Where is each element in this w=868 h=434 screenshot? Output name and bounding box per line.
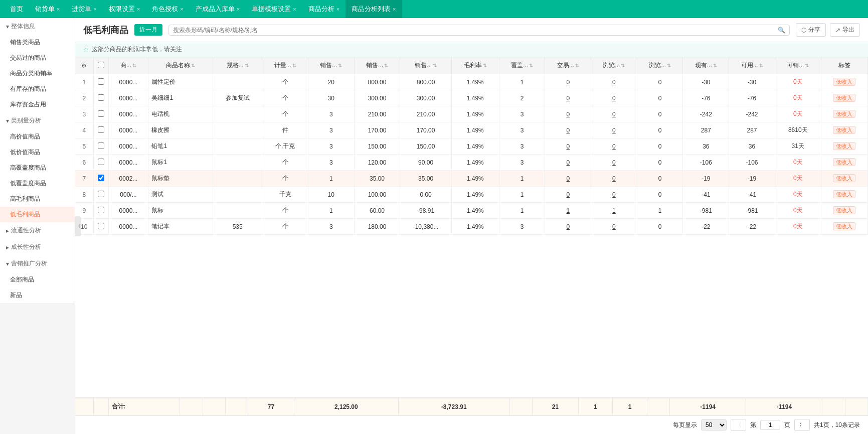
row-browse1[interactable]: 0 xyxy=(591,187,637,203)
sidebar-item-new-goods[interactable]: 新品 xyxy=(0,287,75,303)
row-trade[interactable]: 0 xyxy=(545,155,591,171)
row-days: 0天 xyxy=(775,90,821,106)
nav-item-permission[interactable]: 权限设置 × xyxy=(103,0,146,18)
nav-item-purchase[interactable]: 进货单 × xyxy=(66,0,102,18)
row-trade[interactable]: 0 xyxy=(545,122,591,138)
row-browse1[interactable]: 0 xyxy=(591,171,637,187)
arrow-down-icon: ▾ xyxy=(6,23,9,30)
row-checkbox-cell[interactable] xyxy=(93,171,108,187)
row-checkbox[interactable] xyxy=(98,142,104,149)
row-checkbox[interactable] xyxy=(98,207,104,213)
sidebar-item-all-goods[interactable]: 全部商品 xyxy=(0,272,75,287)
close-purchase-icon[interactable]: × xyxy=(93,6,96,12)
nav-item-analysis-list[interactable]: 商品分析列表 × xyxy=(345,0,402,18)
date-filter-button[interactable]: 近一月 xyxy=(134,24,162,36)
close-permission-icon[interactable]: × xyxy=(137,6,140,12)
row-checkbox[interactable] xyxy=(98,223,104,229)
close-analysis-icon[interactable]: × xyxy=(336,6,339,12)
row-browse1[interactable]: 1 xyxy=(591,203,637,219)
row-browse1[interactable]: 0 xyxy=(591,74,637,90)
sidebar-item-stock-capital[interactable]: 库存资金占用 xyxy=(0,97,75,112)
row-checkbox-cell[interactable] xyxy=(93,155,108,171)
close-template-icon[interactable]: × xyxy=(293,6,296,12)
row-code: 0000... xyxy=(108,155,148,171)
row-trade[interactable]: 0 xyxy=(545,187,591,203)
search-input[interactable] xyxy=(173,27,776,34)
row-price: 100.00 xyxy=(354,187,400,203)
close-analysis-list-icon[interactable]: × xyxy=(393,6,396,12)
share-button[interactable]: ⬡ 分享 xyxy=(796,23,826,37)
sidebar-item-low-value[interactable]: 低价值商品 xyxy=(0,144,75,160)
sidebar-collapse-btn[interactable]: 《 xyxy=(75,216,81,236)
row-checkbox-cell[interactable] xyxy=(93,219,108,235)
nav-item-template[interactable]: 单据模板设置 × xyxy=(246,0,302,18)
close-sales-icon[interactable]: × xyxy=(57,6,60,12)
sidebar-item-sales-goods[interactable]: 销售类商品 xyxy=(0,35,75,50)
row-checkbox-cell[interactable] xyxy=(93,122,108,138)
row-browse1[interactable]: 0 xyxy=(591,155,637,171)
row-name: 鼠标垫 xyxy=(148,171,213,187)
sidebar-item-low-margin[interactable]: 低毛利商品 xyxy=(0,207,75,222)
nav-item-inbound[interactable]: 产成品入库单 × xyxy=(190,0,246,18)
close-inbound-icon[interactable]: × xyxy=(237,6,240,12)
nav-item-home[interactable]: 首页 xyxy=(4,0,29,18)
prev-page-btn[interactable]: 〈 xyxy=(731,419,746,431)
row-checkbox[interactable] xyxy=(98,110,104,117)
row-avail: 287 xyxy=(729,122,775,138)
row-checkbox-cell[interactable] xyxy=(93,74,108,90)
row-trade[interactable]: 0 xyxy=(545,171,591,187)
row-checkbox-cell[interactable] xyxy=(93,106,108,122)
next-page-btn[interactable]: 〉 xyxy=(794,419,810,431)
row-trade[interactable]: 0 xyxy=(545,90,591,106)
row-spec xyxy=(213,155,262,171)
per-page-select[interactable]: 50 100 200 xyxy=(701,419,727,430)
nav-item-analysis[interactable]: 商品分析 × xyxy=(302,0,345,18)
row-checkbox[interactable] xyxy=(98,126,104,133)
row-browse1[interactable]: 0 xyxy=(591,106,637,122)
sidebar-group-overall[interactable]: ▾ 整体信息 xyxy=(0,18,75,35)
sidebar-item-high-margin[interactable]: 高毛利商品 xyxy=(0,191,75,207)
row-days: 0天 xyxy=(775,219,821,235)
row-browse1[interactable]: 0 xyxy=(591,138,637,155)
row-checkbox-cell[interactable] xyxy=(93,187,108,203)
row-browse1[interactable]: 0 xyxy=(591,90,637,106)
col-checkbox[interactable] xyxy=(93,57,108,74)
sidebar-group-marketing[interactable]: ▾ 营销推广分析 xyxy=(0,255,75,272)
row-trade[interactable]: 0 xyxy=(545,138,591,155)
sidebar-group-growth[interactable]: ▸ 成长性分析 xyxy=(0,239,75,255)
sidebar-item-low-coverage[interactable]: 低覆盖度商品 xyxy=(0,176,75,191)
sidebar-item-high-coverage[interactable]: 高覆盖度商品 xyxy=(0,160,75,176)
table-row: 10 0000... 笔记本 535 个 3 180.00 -10,380...… xyxy=(75,219,868,235)
col-settings[interactable]: ⚙ xyxy=(75,57,93,74)
row-price: 60.00 xyxy=(354,203,400,219)
row-checkbox-cell[interactable] xyxy=(93,90,108,106)
row-checkbox-cell[interactable] xyxy=(93,203,108,219)
export-button[interactable]: ↗ 导出 xyxy=(830,23,860,37)
row-checkbox[interactable] xyxy=(98,191,104,197)
row-checkbox[interactable] xyxy=(98,175,104,181)
sidebar-item-high-value[interactable]: 高价值商品 xyxy=(0,129,75,144)
row-browse1[interactable]: 0 xyxy=(591,219,637,235)
row-trade[interactable]: 0 xyxy=(545,219,591,235)
sidebar-item-stocked-goods[interactable]: 有库存的商品 xyxy=(0,81,75,97)
nav-item-role[interactable]: 角色授权 × xyxy=(146,0,189,18)
row-checkbox[interactable] xyxy=(98,78,104,85)
search-icon[interactable]: 🔍 xyxy=(778,27,785,34)
row-browse1[interactable]: 0 xyxy=(591,122,637,138)
sidebar-group-category[interactable]: ▾ 类别量分析 xyxy=(0,112,75,129)
row-num: 5 xyxy=(75,138,93,155)
row-checkbox-cell[interactable] xyxy=(93,138,108,155)
nav-item-sales[interactable]: 销货单 × xyxy=(29,0,66,18)
sidebar-item-traded-goods[interactable]: 交易过的商品 xyxy=(0,50,75,66)
row-checkbox[interactable] xyxy=(98,94,104,101)
page-number-input[interactable] xyxy=(760,420,780,430)
select-all-checkbox[interactable] xyxy=(98,62,104,68)
row-trade[interactable]: 1 xyxy=(545,203,591,219)
sidebar-item-category-rate[interactable]: 商品分类助销率 xyxy=(0,66,75,81)
sidebar-group-circulation[interactable]: ▸ 流通性分析 xyxy=(0,222,75,239)
row-checkbox[interactable] xyxy=(98,159,104,165)
row-code: 0002... xyxy=(108,171,148,187)
row-trade[interactable]: 0 xyxy=(545,74,591,90)
close-role-icon[interactable]: × xyxy=(180,6,183,12)
row-trade[interactable]: 0 xyxy=(545,106,591,122)
